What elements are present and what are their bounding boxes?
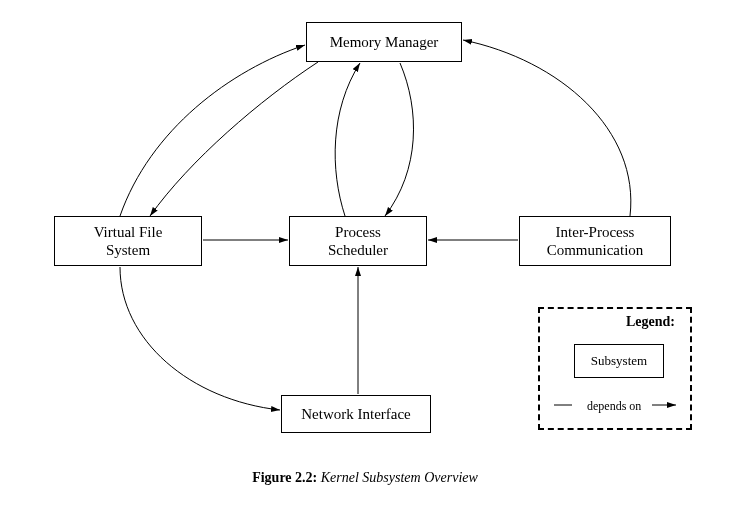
node-network-interface: Network Interface [281,395,431,433]
figure-caption: Figure 2.2: Kernel Subsystem Overview [0,470,730,486]
figure-number: Figure 2.2: [252,470,317,485]
legend-subsystem-box: Subsystem [574,344,664,378]
figure-title: Kernel Subsystem Overview [321,470,478,485]
node-virtual-file-system: Virtual File System [54,216,202,266]
legend-title: Legend: [626,314,675,330]
node-inter-process-communication: Inter-Process Communication [519,216,671,266]
legend-panel: Legend: Subsystem depends on [538,307,692,430]
node-memory-manager: Memory Manager [306,22,462,62]
node-process-scheduler: Process Scheduler [289,216,427,266]
legend-depends-on-label: depends on [587,399,641,414]
